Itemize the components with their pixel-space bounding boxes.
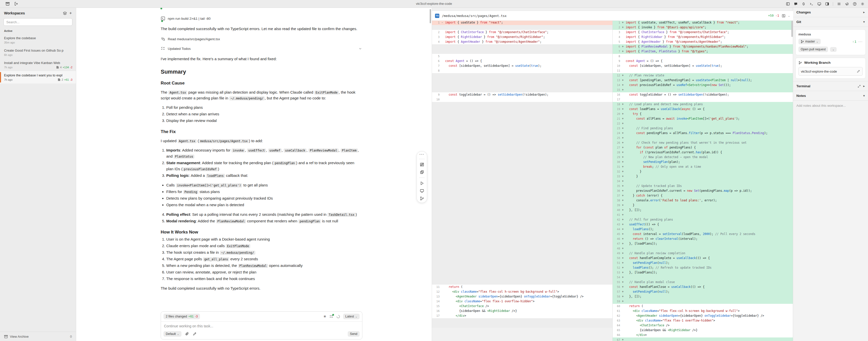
panel-right-icon[interactable] — [825, 2, 829, 6]
workspace-item[interactable]: Create Good First Issues on Github So p6… — [0, 46, 76, 59]
list-item: Detects new plans by comparing against p… — [166, 195, 362, 202]
terminal-section-header[interactable]: Terminal ▸ — [793, 81, 868, 91]
notes-section-header[interactable]: Notes ▾ — [793, 91, 868, 101]
chat-bubble-icon[interactable] — [794, 2, 798, 6]
diff-row: 6+import { PlanReviewModal } from "@/com… — [613, 44, 793, 49]
more-options-button[interactable]: ··· — [858, 39, 863, 43]
diff-view-toggle-icon[interactable] — [782, 14, 785, 18]
message-input[interactable]: Continue working on this task... — [161, 321, 362, 330]
model-dropdown[interactable]: Default⌄ — [163, 331, 181, 337]
run-icon[interactable] — [420, 181, 424, 185]
git-compare-icon[interactable] — [801, 2, 805, 6]
diff-row — [432, 160, 612, 164]
tool-call-todos[interactable]: Updated Todos — [161, 46, 362, 51]
inline-code: Pending — [183, 190, 199, 194]
chat-scrollbar[interactable] — [430, 9, 431, 23]
diff-row: 16 {sidebarOpen && <RightSidebar />} — [432, 309, 612, 313]
chat-heading: How It Works Now — [161, 230, 362, 235]
status-dot — [161, 20, 163, 22]
chat-content: npm run build 2>&1 | tail -80The build c… — [161, 8, 362, 291]
files-changed-chip[interactable]: 2 files changed +61 -3 — [163, 314, 200, 319]
list-item: Detect when a new plan arrives — [166, 111, 362, 117]
inline-code: ExitPlanMode — [226, 244, 250, 248]
working-branch-card: Working Branch vk/3ccf-explore-the-code — [795, 58, 866, 79]
todos-status-icon[interactable] — [330, 315, 333, 318]
diff-row — [432, 188, 612, 193]
gear-icon[interactable] — [860, 2, 864, 6]
copy-icon[interactable] — [420, 170, 424, 174]
diff-row — [432, 49, 612, 54]
drag-handle[interactable]: ••• — [419, 154, 424, 156]
numbered-list: Polling effect: Set up a polling interva… — [161, 212, 362, 224]
git-section-header[interactable]: Git ▾ — [793, 17, 868, 27]
diff-row: 10 — [432, 97, 612, 102]
diff-new-column: 1+import { useState, useEffect, useRef, … — [613, 20, 793, 341]
branch-dropdown[interactable]: master ⌄ — [798, 39, 821, 44]
menu-icon[interactable] — [837, 2, 841, 6]
edit-pencil-icon[interactable] — [857, 69, 860, 73]
diff-row: 24+ const pendingPlans = allPlans.filter… — [613, 131, 793, 135]
attachment-icon[interactable] — [185, 332, 189, 336]
help-icon[interactable] — [852, 2, 857, 6]
diff-row — [432, 73, 612, 78]
workspace-item[interactable]: Explore the codebase I want you to expl7… — [0, 71, 76, 84]
expand-icon[interactable] — [858, 85, 861, 88]
diff-file-header[interactable]: TS /medusa/medusa/src/pages/Agent.tsx +5… — [432, 11, 793, 21]
diff-row: 6const Agent = () => { — [432, 59, 612, 63]
megaphone-icon[interactable] — [845, 2, 849, 6]
typescript-icon: TS — [435, 14, 439, 18]
inline-code: ~/.medusa/pending/ — [220, 251, 255, 255]
diff-row: 14 <div className="flex flex-1 overflow-… — [432, 299, 612, 304]
chevron-down-icon[interactable] — [359, 47, 362, 50]
diff-row: 66 </div> — [613, 333, 793, 337]
changes-section-header[interactable]: Changes ▸ — [793, 8, 868, 17]
notes-input[interactable]: Add notes about this workspace... — [793, 101, 868, 111]
git-branch-icon[interactable] — [420, 196, 424, 200]
list-item: Opens the modal when a new plan is detec… — [166, 202, 362, 208]
workspace-item[interactable]: Install and integrate Vibe Kanban Web7h … — [0, 59, 76, 71]
layers-icon[interactable] — [63, 11, 67, 15]
diff-row: 52+ loadPlans(); // Refresh to update tr… — [613, 266, 793, 270]
numbered-list: User is on the Agent page with a Docker-… — [161, 236, 362, 282]
view-archive-button[interactable]: View Archive 0 — [0, 332, 76, 341]
diff-row — [432, 213, 612, 217]
spark-icon[interactable]: ✳ — [323, 314, 327, 318]
diff-row: 1+import { useState, useEffect, useRef, … — [613, 20, 793, 25]
monitor-icon[interactable] — [817, 2, 821, 6]
tool-call-terminal[interactable]: npm run build 2>&1 | tail -80 — [161, 16, 362, 21]
diff-row: 51+ setPendingPlan(null); — [613, 260, 793, 266]
workspace-item-time: 7h ago — [4, 78, 13, 81]
diff-scrollbar[interactable] — [791, 21, 793, 37]
diff-row: 28+ if (!previousPlanIdsRef.current.has(… — [613, 150, 793, 155]
pen-icon[interactable] — [193, 332, 197, 336]
diff-row — [432, 131, 612, 135]
working-branch-field[interactable]: vk/3ccf-explore-the-code — [798, 67, 863, 75]
inline-code: PlanReviewModal — [308, 149, 338, 153]
hide-diff-icon[interactable] — [420, 162, 424, 167]
collapse-file-icon[interactable]: ⌄ — [788, 14, 790, 17]
diff-row: 11 return ( — [432, 285, 612, 289]
list-item: Polling effect: Set up a polling interva… — [166, 212, 362, 218]
diff-row: 42+ // Poll for pending plans — [613, 217, 793, 222]
version-dropdown[interactable]: Latest⌄ — [343, 314, 360, 319]
diff-row — [432, 155, 612, 160]
bullet-list: Calls invoke<PlanItem[]>('get_all_plans'… — [161, 182, 362, 208]
terminal-icon — [161, 16, 165, 21]
chevron-right-icon: ▸ — [863, 11, 865, 14]
diff-row: 67+ — [613, 337, 793, 341]
panel-left-icon[interactable] — [786, 2, 790, 6]
terminal-icon[interactable] — [809, 2, 813, 6]
open-pull-request-button[interactable]: Open pull request — [798, 46, 828, 52]
sidebar-title: Workspaces — [4, 11, 25, 15]
inline-code: PlanStatus — [174, 155, 194, 159]
diff-row: 41+ — [613, 213, 793, 217]
search-input[interactable] — [4, 18, 72, 26]
diff-row: 17 — [613, 97, 793, 102]
monitor-icon[interactable] — [420, 189, 424, 193]
add-workspace-button[interactable]: + — [69, 11, 72, 16]
pr-options-button[interactable]: ⌄ — [830, 47, 837, 52]
workspace-item[interactable]: Explore the codebase35m ago — [0, 34, 76, 46]
tool-call-read[interactable]: Read medusa/src/pages/Agent.tsx — [161, 37, 362, 41]
diff-added-count: +59 — [768, 14, 774, 18]
send-button[interactable]: Send — [348, 331, 360, 337]
